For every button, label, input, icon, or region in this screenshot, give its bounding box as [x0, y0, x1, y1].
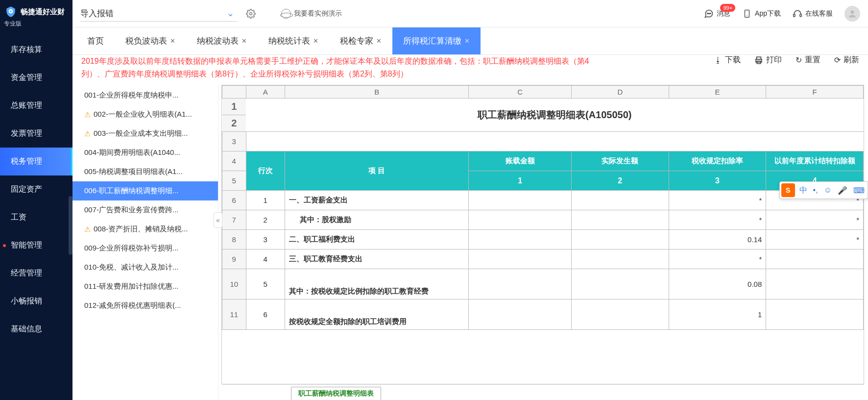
cell-rownum[interactable]: 1: [246, 191, 285, 210]
collapse-handle[interactable]: «: [214, 212, 222, 228]
row-header[interactable]: 3: [222, 132, 246, 151]
ime-emoji-icon[interactable]: ☺: [821, 184, 835, 197]
col-header[interactable]: C: [469, 86, 572, 99]
cell-rownum[interactable]: 6: [246, 300, 285, 330]
row-header[interactable]: 9: [222, 250, 246, 269]
sidebar-item[interactable]: 小畅报销: [0, 287, 72, 315]
form-list-item[interactable]: 011-研发费用加计扣除优惠...: [72, 277, 218, 296]
select-all-corner[interactable]: [222, 86, 246, 99]
cell-rownum[interactable]: 4: [246, 250, 285, 269]
col-header[interactable]: E: [669, 86, 766, 99]
sidebar-item[interactable]: 税务管理: [0, 148, 72, 175]
sidebar-item[interactable]: 工资: [0, 203, 72, 231]
form-list-item[interactable]: 004-期间费用明细表(A1040...: [72, 143, 218, 162]
close-icon[interactable]: ✕: [376, 37, 382, 45]
cell[interactable]: *: [766, 230, 864, 250]
close-icon[interactable]: ✕: [464, 37, 470, 45]
import-select[interactable]: 导入报错 ⌄: [80, 6, 237, 22]
cell-rownum[interactable]: 3: [246, 230, 285, 250]
sidebar-item[interactable]: 固定资产: [0, 175, 72, 203]
refresh-button[interactable]: ⟳刷新: [834, 55, 859, 65]
cell[interactable]: [571, 210, 669, 230]
cell[interactable]: 0.14: [669, 230, 766, 250]
customer-service-link[interactable]: 在线客服: [793, 9, 833, 19]
row-header[interactable]: 8: [222, 230, 246, 250]
cell[interactable]: 1: [669, 300, 766, 330]
page-tab[interactable]: 首页: [76, 27, 115, 54]
cell[interactable]: 0.08: [669, 269, 766, 300]
cell[interactable]: [469, 269, 572, 300]
sidebar-item[interactable]: 总账管理: [0, 92, 72, 120]
grid-area[interactable]: A B C D E F 1职工薪酬纳税调整明细表(A105050) 2 3: [221, 85, 864, 384]
close-icon[interactable]: ✕: [241, 37, 247, 45]
page-tab[interactable]: 税负波动表✕: [115, 27, 186, 54]
ime-logo-icon[interactable]: S: [781, 183, 795, 197]
page-tab[interactable]: 所得税汇算清缴✕: [392, 27, 481, 54]
col-header[interactable]: A: [246, 86, 285, 99]
chevron-down-icon[interactable]: ⌄: [227, 8, 234, 19]
row-header[interactable]: 7: [222, 210, 246, 230]
sidebar-item[interactable]: 智能管理: [0, 231, 72, 259]
cell-item[interactable]: 二、职工福利费支出: [285, 230, 469, 250]
cell-item[interactable]: 一、工资薪金支出: [285, 191, 469, 210]
form-list-item[interactable]: 007-广告费和业务宣传费跨...: [72, 200, 218, 220]
sidebar-scrollbar[interactable]: [69, 0, 72, 400]
close-icon[interactable]: ✕: [170, 37, 175, 45]
form-list-item[interactable]: 005-纳税调整项目明细表(A1...: [72, 162, 218, 181]
sidebar-item[interactable]: 发票管理: [0, 120, 72, 148]
cell[interactable]: *: [766, 210, 864, 230]
cell[interactable]: [766, 300, 864, 330]
sidebar-item[interactable]: 经营管理: [0, 259, 72, 287]
cell-item[interactable]: 按税收规定全额扣除的职工培训费用: [285, 300, 469, 330]
cell-rownum[interactable]: 5: [246, 269, 285, 300]
cell[interactable]: *: [669, 250, 766, 269]
sidebar-item[interactable]: 资金管理: [0, 64, 72, 92]
close-icon[interactable]: ✕: [313, 37, 318, 45]
ime-lang[interactable]: 中: [796, 183, 810, 198]
form-list-item[interactable]: 009-企业所得税弥补亏损明...: [72, 239, 218, 258]
cell[interactable]: [571, 250, 669, 269]
form-list-item[interactable]: ⚠008-资产折旧、摊销及纳税...: [72, 220, 218, 239]
download-button[interactable]: ⭳下载: [714, 55, 741, 65]
ime-punct-icon[interactable]: •,: [810, 184, 821, 197]
sidebar-item[interactable]: 库存核算: [0, 36, 72, 64]
cell[interactable]: [766, 269, 864, 300]
sheet-tab[interactable]: 职工薪酬纳税调整明细表: [291, 387, 381, 400]
cell-item[interactable]: 三、职工教育经费支出: [285, 250, 469, 269]
page-tab[interactable]: 税检专家✕: [329, 27, 392, 54]
cell[interactable]: *: [669, 191, 766, 210]
cell[interactable]: [571, 300, 669, 330]
row-header[interactable]: 2: [222, 115, 246, 132]
view-demo-link[interactable]: 我要看实例演示: [281, 9, 342, 19]
cell-rownum[interactable]: 2: [246, 210, 285, 230]
cell[interactable]: [469, 250, 572, 269]
row-header[interactable]: 6: [222, 191, 246, 210]
cell[interactable]: [766, 250, 864, 269]
cell[interactable]: [469, 210, 572, 230]
row-header[interactable]: 5: [222, 171, 246, 191]
col-header[interactable]: D: [571, 86, 669, 99]
form-list-item[interactable]: 010-免税、减计收入及加计...: [72, 258, 218, 277]
ime-keyboard-icon[interactable]: ⌨: [850, 184, 868, 197]
ime-toolbar[interactable]: S 中 •, ☺ 🎤 ⌨: [779, 181, 868, 199]
row-header[interactable]: 10: [222, 269, 246, 300]
gear-icon[interactable]: [246, 9, 256, 19]
cell-item[interactable]: 其中：股权激励: [285, 210, 469, 230]
cell[interactable]: *: [669, 210, 766, 230]
form-list-item[interactable]: 001-企业所得税年度纳税申...: [72, 86, 218, 105]
cell[interactable]: [469, 191, 572, 210]
row-header[interactable]: 4: [222, 151, 246, 171]
form-list-item[interactable]: 006-职工薪酬纳税调整明细...: [72, 181, 218, 200]
messages-link[interactable]: 消息 99+: [704, 9, 730, 19]
cell[interactable]: [571, 230, 669, 250]
row-header[interactable]: 1: [222, 99, 246, 115]
print-button[interactable]: 打印: [754, 55, 782, 65]
app-download-link[interactable]: App下载: [742, 9, 781, 19]
row-header[interactable]: 11: [222, 300, 246, 330]
col-header[interactable]: B: [285, 86, 469, 99]
page-tab[interactable]: 纳税统计表✕: [258, 27, 329, 54]
cell[interactable]: [571, 191, 669, 210]
form-list-item[interactable]: 012-减免所得税优惠明细表(...: [72, 296, 218, 315]
cell[interactable]: [469, 300, 572, 330]
cell[interactable]: [469, 230, 572, 250]
